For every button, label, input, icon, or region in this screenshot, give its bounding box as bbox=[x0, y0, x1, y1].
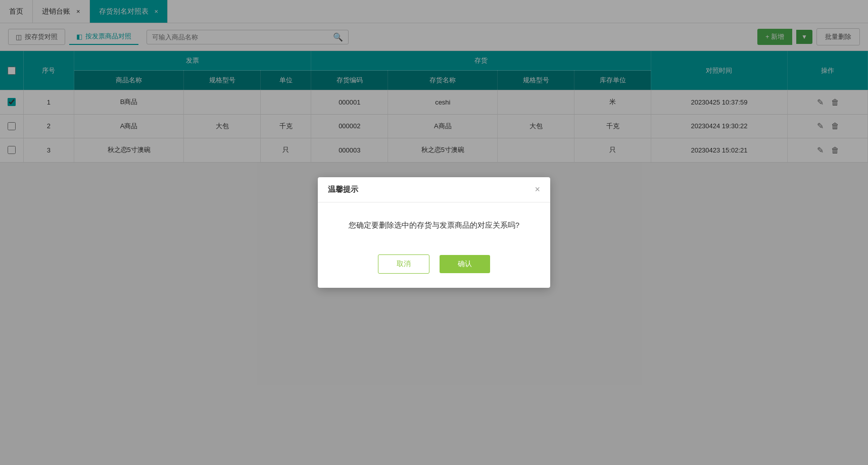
modal-close-btn[interactable]: × bbox=[535, 184, 540, 195]
modal-cancel-btn[interactable]: 取消 bbox=[378, 254, 429, 274]
modal-header: 温馨提示 × bbox=[318, 177, 550, 202]
modal-message: 您确定要删除选中的存货与发票商品的对应关系吗? bbox=[349, 221, 519, 229]
modal-title: 温馨提示 bbox=[328, 185, 358, 194]
modal-body: 您确定要删除选中的存货与发票商品的对应关系吗? bbox=[318, 202, 550, 244]
modal-footer: 取消 确认 bbox=[318, 244, 550, 288]
modal-overlay: 温馨提示 × 您确定要删除选中的存货与发票商品的对应关系吗? 取消 确认 bbox=[0, 0, 868, 465]
modal-confirm-btn[interactable]: 确认 bbox=[440, 255, 490, 273]
confirm-dialog: 温馨提示 × 您确定要删除选中的存货与发票商品的对应关系吗? 取消 确认 bbox=[318, 177, 550, 288]
